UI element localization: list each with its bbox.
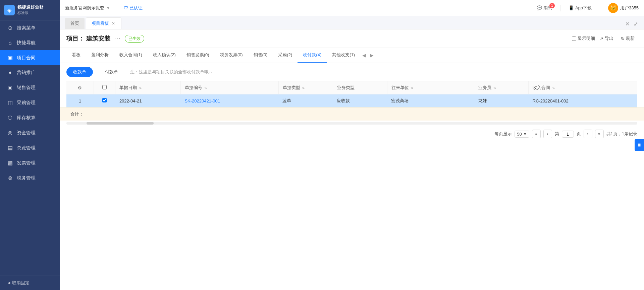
sub-tab-other-income[interactable]: 其他收支(1) [327,48,360,63]
col-header-type[interactable]: 单据类型 ⇅ [278,81,333,94]
page-size-dropdown-icon: ▼ [523,132,527,136]
sub-tab-tax-invoice[interactable]: 税务发票(0) [215,48,248,63]
sub-tab-kanban[interactable]: 看板 [66,48,86,63]
col-header-partner[interactable]: 往来单位 ⇅ [387,81,474,94]
sidebar-item-label-finance: 资金管理 [17,130,36,136]
row-contract: RC-20220401-002 [529,94,637,107]
sub-tab-purchase[interactable]: 采购(2) [273,48,298,63]
sub-tab-receipt[interactable]: 收付款(4) [298,48,327,63]
refresh-button[interactable]: ↻ 刷新 [618,34,637,43]
page-suffix: 页 [577,131,581,137]
topbar-divider [117,5,117,11]
date-sort-icon[interactable]: ⇅ [139,86,142,90]
topbar-divider3 [600,5,600,11]
col-header-salesman[interactable]: 业务员 ⇅ [474,81,529,94]
topbar-right: 💬 消息 1 📱 App下载 🐱 用户3355 [537,3,639,13]
window-expand-button[interactable]: ⤢ [633,20,639,28]
sidebar-edition-label: 标准版 [17,10,44,15]
row-num: 1 [66,94,94,107]
row-no[interactable]: SK-20220421-001 [180,94,278,107]
total-pages-label: 共1页，1条记录 [606,131,637,137]
col-header-contract[interactable]: 收入合同 ⇅ [529,81,637,94]
refresh-label: 刷新 [626,35,635,42]
sidebar-item-sales[interactable]: ◉ 销售管理 [0,80,60,95]
sidebar-item-contract[interactable]: ▣ 项目合同 [0,50,60,65]
sidebar-item-ledger[interactable]: ▤ 总账管理 [0,140,60,155]
tab-close-icon[interactable]: ✕ [111,21,116,26]
scrollbar-thumb[interactable] [87,122,154,125]
row-no-link[interactable]: SK-20220421-001 [184,98,220,103]
show-detail-input[interactable] [572,37,576,41]
user-menu[interactable]: 🐱 用户3355 [608,3,639,13]
salesman-sort-icon[interactable]: ⇅ [493,86,496,90]
sidebar-logo-icon: ◈ [4,5,15,15]
partner-sort-icon[interactable]: ⇅ [411,86,413,90]
no-sort-icon[interactable]: ⇅ [204,86,207,90]
sub-tab-next-arrow[interactable]: ▶ [368,49,376,62]
tab-home[interactable]: 首页 [65,18,85,29]
row-checkbox[interactable] [102,98,107,102]
tab-project-board[interactable]: 项目看板 ✕ [86,17,121,29]
marketing-icon: ♦ [7,70,13,76]
sub-tab-income-confirm[interactable]: 收入确认(2) [148,48,181,63]
col-header-date[interactable]: 单据日期 ⇅ [115,81,181,94]
sidebar-item-inventory[interactable]: ⬡ 库存核算 [0,110,60,125]
contract-sort-icon[interactable]: ⇅ [552,86,555,90]
row-check[interactable] [94,94,115,107]
type-sort-icon[interactable]: ⇅ [302,86,305,90]
sub-tab-prev-arrow[interactable]: ◀ [360,49,368,62]
more-options-button[interactable]: ··· [114,35,121,42]
last-page-button[interactable]: » [595,130,604,138]
payment-filter-button[interactable]: 付款单 [98,67,125,77]
export-label: 导出 [605,35,613,42]
show-detail-checkbox[interactable]: 显示明细 [572,35,595,42]
app-download-button[interactable]: 📱 App下载 [569,5,592,11]
project-prefix: 项目： [66,35,85,42]
first-page-icon: « [535,132,537,136]
export-button[interactable]: ↗ 导出 [597,34,616,43]
sub-tab-profit[interactable]: 盈利分析 [86,48,114,63]
col-header-no[interactable]: 单据编号 ⇅ [180,81,278,94]
prev-page-button[interactable]: ‹ [543,130,552,138]
right-action-button[interactable]: ≡ [635,139,644,151]
tabbar: 首页 项目看板 ✕ ✕ ⤢ [60,16,644,29]
filter-hint: 注：这里是与项目关联的全部收付款单哦～ [130,69,213,75]
sidebar-item-label-contract: 项目合同 [17,55,36,61]
table-row[interactable]: 1 2022-04-21 SK-20220421-001 蓝单 应收款 宏茂商场… [66,94,637,107]
sidebar-item-purchase[interactable]: ◫ 采购管理 [0,95,60,110]
sidebar-unpin-button[interactable]: ◄ 取消固定 [0,276,60,290]
sub-tab-sales-invoice[interactable]: 销售发票(0) [181,48,215,63]
sub-tab-sales[interactable]: 销售(0) [248,48,273,63]
current-page-input[interactable] [562,131,574,138]
next-page-button[interactable]: › [584,130,592,138]
export-icon: ↗ [600,36,603,41]
sidebar-item-marketing[interactable]: ♦ 营销推广 [0,65,60,80]
right-action-icon: ≡ [636,143,643,147]
sidebar-item-finance[interactable]: ◎ 资金管理 [0,125,60,140]
tax-icon: ⊛ [7,175,13,181]
window-close-button[interactable]: ✕ [625,20,630,28]
row-partner: 宏茂商场 [387,94,474,107]
last-page-icon: » [598,132,600,136]
sidebar-item-tax[interactable]: ⊛ 税务管理 [0,170,60,186]
sidebar: ◈ 畅捷通好业财 标准版 ⊙ 搜索菜单 ⌂ 快捷导航 ▣ 项目合同 ♦ 营销推广… [0,0,60,290]
workspace-selector[interactable]: 新服务官网演示账套 ▼ [65,5,110,11]
table-scrollbar[interactable] [60,121,644,126]
quicknav-icon: ⌂ [7,40,13,46]
tab-project-board-label: 项目看板 [92,20,109,26]
page-size-value: 50 [517,132,522,137]
sidebar-item-invoice[interactable]: ▨ 发票管理 [0,155,60,170]
page-size-selector[interactable]: 50 ▼ [515,131,529,138]
col-header-biztype: 业务类型 [333,81,387,94]
first-page-button[interactable]: « [532,130,541,138]
sidebar-item-search[interactable]: ⊙ 搜索菜单 [0,20,60,35]
message-button[interactable]: 💬 消息 1 [537,5,552,11]
select-all-checkbox[interactable] [102,85,107,89]
settings-icon[interactable]: ⚙ [78,85,82,90]
sidebar-item-quicknav[interactable]: ⌂ 快捷导航 [0,35,60,50]
sidebar-item-label-quicknav: 快捷导航 [17,40,36,46]
content-area: 项目： 建筑安装 ··· 已生效 显示明细 ↗ 导出 ↻ 刷新 [60,29,644,290]
receipt-filter-button[interactable]: 收款单 [66,67,93,77]
sub-tab-income-contract[interactable]: 收入合同(1) [114,48,148,63]
row-biztype: 应收款 [333,94,387,107]
